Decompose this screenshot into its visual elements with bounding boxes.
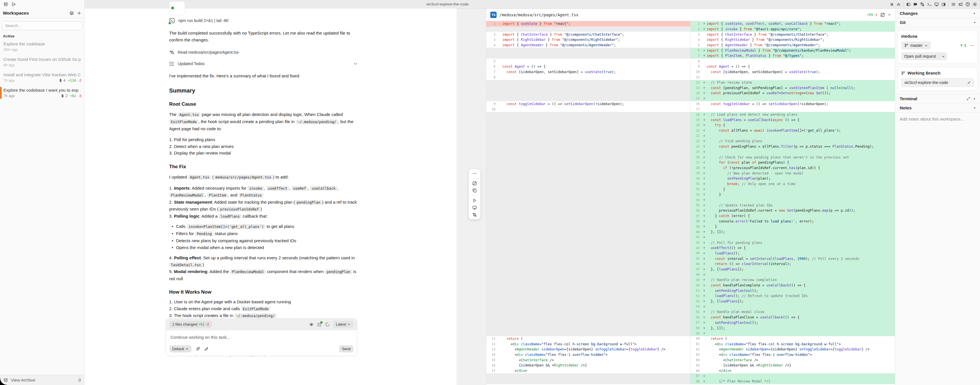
diff-row: 2+import { invoke } from "@tauri-apps/ap… (486, 27, 895, 32)
run-icon[interactable] (472, 198, 477, 203)
copy-icon[interactable] (472, 188, 477, 193)
list-item: 2. State management: Added state for tra… (169, 199, 358, 213)
diff-row: 68+ {/* Plan Review Modal */} (486, 379, 895, 384)
diff-row: 47+ }, [loadPlans]); (486, 267, 895, 272)
git-section-header[interactable]: Git (895, 18, 980, 27)
lines-added: +134 (68, 78, 76, 83)
diff-row: 49+ // Handle plan review completion (486, 277, 895, 283)
panel-left-icon[interactable] (906, 2, 911, 6)
expand-icon[interactable] (967, 97, 970, 100)
tool-call-chip[interactable]: Updated Todos (169, 61, 358, 66)
diff-context-cell: 13 <AgentHeader sidebarOpen={sidebarOpen… (486, 347, 690, 352)
open-pull-request-button[interactable]: Open pull request (901, 52, 939, 60)
todo-list-icon[interactable] (317, 322, 322, 327)
sign-out-icon[interactable] (11, 2, 16, 6)
diff-filler-cell (486, 224, 690, 229)
changes-section-header[interactable]: Changes (895, 9, 980, 18)
todos-icon (169, 61, 174, 66)
pull-request-options-button[interactable] (939, 52, 947, 60)
terminal-section-header[interactable]: Terminal (895, 94, 980, 103)
mode-label: Default (172, 347, 184, 351)
diff-filler-cell (486, 48, 690, 53)
paragraph: I've implemented the fix. Here's a summa… (169, 73, 358, 80)
notes-section-header[interactable]: Notes (895, 103, 980, 113)
help-icon[interactable] (966, 2, 970, 6)
terminal-icon[interactable] (927, 2, 932, 6)
tool-call-chip[interactable]: npm run build 2>&1 | tail -80 (169, 18, 358, 24)
more-actions-icon[interactable] (970, 43, 974, 48)
panel-gutter (457, 9, 486, 385)
panel-right-icon[interactable] (942, 2, 946, 6)
diff-row: 6+import { PlanReviewModal } from "@/com… (486, 48, 895, 53)
diff-file-header[interactable]: TS /medusa/medusa/src/pages/Agent.tsx +5… (486, 9, 895, 21)
diff-row: 9 const toggleSidebar = () => setSidebar… (486, 101, 895, 107)
version-dropdown[interactable]: Latest (333, 321, 353, 328)
diff-view-icon[interactable] (472, 181, 477, 186)
diff-added-cell: 57+ setPendingPlan(null); (690, 320, 895, 326)
diff-row: 17 </div>66 </div> (486, 368, 895, 374)
tool-call-chip[interactable]: Read medusa/src/pages/Agent.tsx (169, 50, 358, 55)
diff-row: 56+ const handlePlanClose = useCallback(… (486, 315, 895, 320)
add-workspace-button[interactable] (77, 11, 81, 16)
changes-label: Changes (900, 11, 970, 16)
diff-row: 53+ }, [loadPlans]); (486, 299, 895, 304)
spinner-icon (325, 322, 330, 327)
git-compare-icon[interactable] (920, 2, 924, 6)
diff-filler-cell (486, 165, 690, 171)
diff-context-cell: 60 return ( (690, 336, 895, 342)
diff-row: 11 return (60 return ( (486, 336, 895, 342)
diff-context-cell: 16 const toggleSidebar = () => setSideba… (690, 101, 895, 107)
attach-file-icon[interactable] (196, 347, 200, 351)
chevrons-up-icon[interactable] (896, 2, 901, 6)
monitor-icon[interactable] (934, 2, 939, 6)
diff-context-cell: 63 <div className="flex flex-1 overflow-… (690, 352, 895, 358)
diff-added-cell: 1+import { useState, useEffect, useRef, … (690, 21, 895, 27)
workspace-item[interactable]: Create Good First Issues on Github So p6… (0, 54, 84, 70)
collapse-file-icon[interactable] (888, 13, 891, 16)
notes-placeholder[interactable]: Add notes about this workspace... (895, 113, 980, 126)
megaphone-icon[interactable] (958, 2, 963, 6)
workspace-list: Explore the codebase35m agoCreate Good F… (0, 39, 84, 100)
diff-added-cell: 26+ // Check for new pending plans that … (690, 154, 895, 160)
layers-icon[interactable] (69, 11, 74, 16)
diff-view-icon[interactable] (880, 13, 885, 17)
working-branch-input[interactable]: vk/3ccf-explore-the-code (901, 78, 974, 87)
list-item: 2. Claude enters plan mode and calls Exi… (169, 305, 358, 312)
pencil-icon[interactable] (967, 81, 971, 84)
diff-added-cell: 27+ for (const plan of pendingPlans) { (690, 160, 895, 165)
titlebar[interactable]: vk/3ccf-explore-the-code (0, 0, 980, 9)
diff-filler-cell (486, 331, 690, 336)
archive-box-icon[interactable] (3, 2, 8, 6)
view-archive-row[interactable]: View Archive 0 (0, 375, 84, 385)
diff-added-cell: 33+ } (690, 192, 895, 197)
spark-icon[interactable] (309, 322, 314, 327)
git-compare-icon[interactable] (472, 213, 477, 217)
branch-name: master (910, 43, 923, 48)
ordered-list: 4. Polling effect: Set up a polling inte… (169, 255, 358, 282)
message-input[interactable] (167, 332, 356, 342)
monitor-icon[interactable] (472, 205, 477, 210)
chat-bubble-icon[interactable] (913, 2, 918, 6)
branch-selector[interactable]: master (901, 41, 931, 49)
drag-handle-icon[interactable] (473, 171, 477, 176)
workspace-item[interactable]: Explore the codebase35m ago (0, 39, 84, 54)
workspace-item[interactable]: Explore the codebase I want you to exp7h… (0, 85, 84, 100)
files-changed-badge[interactable]: 2 files changed +61 -3 (169, 321, 212, 328)
mode-dropdown[interactable]: Default (169, 345, 191, 352)
pause-icon[interactable] (890, 3, 894, 6)
workspace-item[interactable]: Install and integrate Vibe Kanban Web C7… (0, 70, 84, 85)
menu-icon[interactable] (951, 2, 956, 6)
ordered-list: 1. Imports: Added necessary imports for … (169, 185, 358, 220)
diff-added-cell: 54+ (690, 304, 895, 309)
diff-added-cell: 2+import { invoke } from "@tauri-apps/ap… (690, 27, 895, 32)
chevron-down-icon[interactable] (353, 61, 358, 66)
diff-filler-cell (486, 218, 690, 224)
floating-toolbar[interactable] (469, 169, 480, 220)
diff-body[interactable]: 1-import { useState } from "react";1+imp… (486, 21, 895, 385)
send-button[interactable]: Send (339, 345, 353, 352)
read-icon (169, 50, 174, 55)
workspace-search-input[interactable] (2, 21, 83, 30)
repo-card: medusa master 1 Open (897, 30, 978, 64)
edit-pen-icon[interactable] (204, 347, 208, 351)
gear-icon[interactable] (972, 2, 977, 6)
